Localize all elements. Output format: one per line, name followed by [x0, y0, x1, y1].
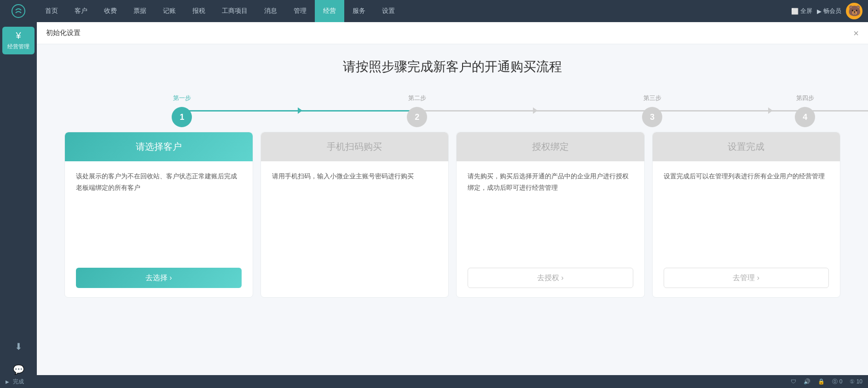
- sidebar: ¥ 经营管理 ⬇ 💬: [0, 22, 37, 388]
- go-manage-button[interactable]: 去管理 ›: [664, 268, 829, 288]
- nav-item-收费[interactable]: 收费: [96, 0, 125, 22]
- page-title: 请按照步骤完成新客户的开通购买流程: [64, 58, 840, 76]
- nav-item-记账[interactable]: 记账: [155, 0, 184, 22]
- download-icon: ⬇: [15, 341, 23, 352]
- sidebar-bottom: ⬇ 💬: [2, 337, 35, 379]
- fullscreen-btn[interactable]: ⬜ 全屏: [791, 7, 812, 15]
- user-avatar[interactable]: 🐻: [846, 3, 862, 19]
- status-play-icon: ▶: [6, 379, 9, 384]
- card-2-header: 手机扫码购买: [261, 132, 449, 161]
- nav-item-管理[interactable]: 管理: [285, 0, 315, 22]
- card-complete: 设置完成 设置完成后可以在管理列表进行所有企业用户的经营管理 去管理 ›: [652, 132, 841, 298]
- steps-progress: 第一步 1 第二步 2 第三步 3: [64, 94, 840, 127]
- top-nav-right: ⬜ 全屏 ▶ 畅会员 🐻: [791, 3, 868, 19]
- go-select-button[interactable]: 去选择 ›: [76, 268, 242, 288]
- logo-icon: [11, 4, 26, 18]
- sidebar-item-download[interactable]: ⬇: [2, 337, 35, 356]
- nav-item-报税[interactable]: 报税: [184, 0, 214, 22]
- status-bar: ▶ 完成 🛡 🔊 🔒 ⓪ 0 ① 10: [0, 375, 868, 388]
- fullscreen-icon: ⬜: [791, 8, 799, 15]
- step-arrow-3: [768, 107, 773, 114]
- fullscreen-label: 全屏: [800, 7, 812, 15]
- sidebar-item-label: 经营管理: [7, 43, 29, 51]
- nav-item-消息[interactable]: 消息: [256, 0, 285, 22]
- top-nav: 首页客户收费票据记账报税工商项目消息管理经营服务设置 ⬜ 全屏 ▶ 畅会员 🐻: [0, 0, 868, 22]
- notification-count: ⓪ 0: [832, 378, 842, 386]
- main-body: 请按照步骤完成新客户的开通购买流程 第一步 1 第二步 2: [37, 44, 868, 375]
- step-3-label: 第三步: [643, 94, 661, 102]
- main-header: 初始化设置 ×: [37, 22, 868, 44]
- nav-item-票据[interactable]: 票据: [125, 0, 155, 22]
- step-2-circle: 2: [407, 107, 427, 127]
- nav-item-服务[interactable]: 服务: [344, 0, 374, 22]
- nav-item-工商项目[interactable]: 工商项目: [214, 0, 256, 22]
- status-bar-right: 🛡 🔊 🔒 ⓪ 0 ① 10: [791, 378, 862, 386]
- card-3-body: 请先购买，购买后选择开通的产品中的企业用户进行授权绑定，成功后即可进行经营管理: [457, 161, 644, 268]
- status-text: 完成: [13, 378, 24, 386]
- step-line-3: [652, 110, 868, 112]
- shield-icon: 🛡: [791, 378, 796, 385]
- nav-logo: [0, 0, 37, 22]
- nav-item-客户[interactable]: 客户: [66, 0, 96, 22]
- nav-item-设置[interactable]: 设置: [374, 0, 403, 22]
- step-4-label: 第四步: [796, 94, 814, 102]
- step-arrow-2: [533, 107, 538, 114]
- nav-item-首页[interactable]: 首页: [37, 0, 66, 22]
- nav-item-经营[interactable]: 经营: [315, 0, 344, 22]
- sidebar-item-management[interactable]: ¥ 经营管理: [2, 27, 35, 54]
- card-1-footer: 去选择 ›: [65, 268, 253, 288]
- step-1-circle: 1: [172, 107, 192, 127]
- step-3-circle: 3: [642, 107, 662, 127]
- card-1-header: 请选择客户: [65, 132, 253, 161]
- card-4-header: 设置完成: [653, 132, 840, 161]
- membership-label: 畅会员: [823, 7, 841, 15]
- step-arrow-1: [298, 107, 302, 114]
- go-authorize-button[interactable]: 去授权 ›: [468, 268, 633, 288]
- alert-count: ① 10: [850, 378, 862, 385]
- card-3-footer: 去授权 ›: [457, 268, 644, 288]
- membership-btn[interactable]: ▶ 畅会员: [817, 7, 841, 15]
- card-authorize: 授权绑定 请先购买，购买后选择开通的产品中的企业用户进行授权绑定，成功后即可进行…: [456, 132, 645, 298]
- card-1-body: 该处展示的客户为不在回收站、客户状态正常建账后完成老板端绑定的所有客户: [65, 161, 253, 268]
- lock-icon: 🔒: [818, 378, 825, 385]
- step-1-label: 第一步: [173, 94, 191, 102]
- main-content: 初始化设置 × 请按照步骤完成新客户的开通购买流程 第一步 1 第二步 2: [37, 22, 868, 375]
- card-4-footer: 去管理 ›: [653, 268, 840, 288]
- card-select-customer: 请选择客户 该处展示的客户为不在回收站、客户状态正常建账后完成老板端绑定的所有客…: [64, 132, 253, 298]
- membership-icon: ▶: [817, 8, 822, 15]
- nav-items: 首页客户收费票据记账报税工商项目消息管理经营服务设置: [37, 0, 403, 22]
- step-4-circle: 4: [795, 107, 815, 127]
- page-breadcrumb: 初始化设置: [46, 29, 81, 37]
- card-scan-qr: 手机扫码购买 请用手机扫码，输入小微企业主账号密码进行购买: [260, 132, 449, 298]
- step-1: 第一步 1: [64, 94, 300, 127]
- management-icon: ¥: [16, 30, 21, 41]
- card-3-header: 授权绑定: [457, 132, 644, 161]
- volume-icon: 🔊: [804, 378, 810, 385]
- step-2-label: 第二步: [408, 94, 426, 102]
- support-icon: 💬: [13, 364, 24, 375]
- close-button[interactable]: ×: [853, 29, 859, 38]
- cards-container: 请选择客户 该处展示的客户为不在回收站、客户状态正常建账后完成老板端绑定的所有客…: [64, 132, 840, 298]
- card-4-body: 设置完成后可以在管理列表进行所有企业用户的经营管理: [653, 161, 840, 268]
- card-2-body: 请用手机扫码，输入小微企业主账号密码进行购买: [261, 161, 449, 288]
